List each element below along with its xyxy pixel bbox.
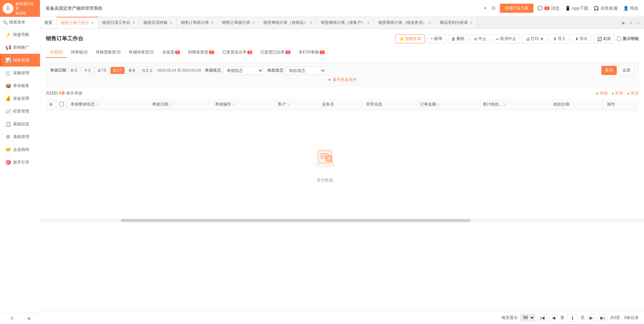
empty-text: 暂无数据 — [317, 177, 333, 183]
status-select[interactable]: 单据状态 — [223, 67, 263, 75]
setting-button[interactable]: 设置 — [619, 66, 634, 75]
date-btn-custom[interactable]: 自定义 — [139, 67, 155, 74]
page-number-input[interactable] — [567, 314, 578, 321]
select-all-checkbox[interactable] — [59, 102, 64, 106]
tab-sales-sum-customer[interactable]: 销货单统计表（按客户） ✕ — [317, 17, 374, 28]
delete-button[interactable]: 🗑 删除 — [448, 34, 468, 43]
query-button[interactable]: 查询 — [601, 66, 617, 75]
tab-product-margin[interactable]: 商品毛利分析表 ✕ — [436, 17, 477, 28]
date-btn-7days[interactable]: 近7天 — [95, 67, 109, 74]
col-settings[interactable]: ⚙ — [46, 99, 56, 110]
tab-sales-sum-product[interactable]: 销货单统计表（按商品） ✕ — [259, 17, 317, 28]
date-btn-today[interactable]: 今天 — [82, 67, 94, 74]
col-abnormal: 异常信息 — [363, 99, 417, 110]
tab-sales-stat[interactable]: 销售订单统计表 ✕ — [177, 17, 218, 28]
app-download-button[interactable]: 📱 App下载 — [565, 5, 588, 11]
sidebar-item-basic-info[interactable]: 📋 基础信息 — [0, 118, 40, 130]
suspend-button[interactable]: ⊘ 中止 — [470, 34, 490, 43]
tab-sales-stat-close[interactable]: ✕ — [211, 21, 214, 25]
tab-scroll-left[interactable]: ▶ — [621, 20, 627, 26]
tab-cash-reconcile[interactable]: 钱货日清对账 ✕ — [139, 17, 177, 28]
subtab-pending-check[interactable]: 待拣货验货(0) — [92, 47, 125, 58]
payment-select[interactable]: 收款状态 — [286, 67, 326, 75]
sidebar-item-enterprise[interactable]: 🤝 企业协同 — [0, 143, 40, 156]
refresh-button[interactable]: 🔄 刷新 — [593, 34, 615, 43]
sidebar-item-inventory[interactable]: 📦 库存核算 — [0, 79, 40, 92]
expand-conditions-button[interactable]: ▼ 展开更多条件 — [328, 77, 357, 83]
sidebar-item-sales[interactable]: 📊 销售管理 — [0, 54, 40, 67]
collapse-icon[interactable]: ◀ — [27, 316, 30, 321]
scrollbar-thumb[interactable] — [121, 219, 470, 222]
date-btn-yesterday[interactable]: 昨天 — [68, 67, 80, 74]
subtab-expired-not-shipped[interactable]: 到期未发货0 — [184, 47, 218, 58]
tab-sales-sum-product-close[interactable]: ✕ — [310, 21, 312, 25]
add-button[interactable]: + 新增 — [427, 34, 446, 43]
next-page-button[interactable]: ▶ — [587, 314, 595, 321]
tab-home[interactable]: 首页 — [40, 17, 57, 28]
ship-action-link[interactable]: ● 发货 — [627, 90, 639, 96]
settings-topbar-icon[interactable]: ⚙ — [491, 5, 496, 11]
tab-sales-order-close[interactable]: ✕ — [91, 21, 94, 25]
import-button[interactable]: ⬆ 导入 — [550, 34, 569, 43]
payment-filter: 收款状态 收款状态 — [267, 67, 326, 75]
subtab-shipped-outbound[interactable]: 已发货已出库0 — [256, 47, 295, 58]
tab-product-margin-close[interactable]: ✕ — [470, 21, 473, 25]
tab-cash-daily[interactable]: 钱货日清工作台 ✕ — [98, 17, 139, 28]
online-service-button[interactable]: 🎧 在线客服 — [594, 5, 618, 11]
sort-icon-doc-date[interactable]: ⇅ — [170, 103, 172, 106]
sort-icon-collected[interactable]: ⇅ — [503, 103, 506, 106]
sidebar-item-marketing[interactable]: 📢 营销推广 — [0, 41, 40, 54]
sidebar-item-operations[interactable]: 📈 经营管理 — [0, 105, 40, 118]
tab-maximize[interactable]: ⤢ — [635, 20, 641, 26]
review-action-link[interactable]: ● 审核 — [596, 90, 607, 96]
message-button[interactable]: 💬 6 消息 — [538, 5, 560, 11]
date-btn-more[interactable]: 更多 — [126, 67, 138, 74]
cancel-review-action-link[interactable]: ● 弃审 — [612, 90, 623, 96]
first-page-button[interactable]: |◀ — [538, 314, 547, 321]
prev-page-button[interactable]: ◀ — [550, 314, 558, 321]
industry-solution-button[interactable]: 体验行业方案 — [500, 4, 533, 13]
smart-create-button[interactable]: ⭐ 智能生单 — [395, 34, 425, 43]
tab-sales-sum-customer-close[interactable]: ✕ — [367, 21, 370, 25]
print-button[interactable]: 🖨 打印 ▼ — [522, 34, 548, 43]
col-checkbox[interactable] — [56, 99, 67, 110]
subtab-not-printed[interactable]: 未打印单据0 — [295, 47, 329, 58]
subtab-all[interactable]: 全部(0) — [46, 47, 67, 58]
dropdown-arrow[interactable]: ▼ — [483, 6, 487, 11]
tab-sales-exec-close[interactable]: ✕ — [252, 21, 255, 25]
subtab-pending-review[interactable]: 待审核(0) — [67, 47, 92, 58]
user-menu-button[interactable]: 👤 用友 — [623, 5, 639, 11]
subtab-shipped-not-outbound[interactable]: 已发货未出库0 — [218, 47, 257, 58]
sort-icon-amount[interactable]: ⇅ — [437, 103, 440, 106]
tab-cash-reconcile-close[interactable]: ✕ — [170, 21, 172, 25]
export-button[interactable]: ⬇ 导出 — [571, 34, 591, 43]
sort-icon-doc-status[interactable]: ⇅ — [96, 103, 98, 106]
settings-bottom-icon[interactable]: ⚙ — [10, 316, 14, 321]
date-filter: 单据日期 昨天 今天 近7天 近1月 更多 自定义 2023-02-24 至 2… — [50, 67, 201, 74]
sidebar-item-purchase[interactable]: 🛒 采购管理 — [0, 67, 40, 79]
tab-sales-sum-staff[interactable]: 销货单统计表（按业务员） ✕ — [374, 17, 436, 28]
horizontal-scrollbar[interactable] — [40, 218, 644, 222]
page-size-select[interactable]: 50 — [520, 314, 535, 321]
guide-icon: 🎯 — [5, 159, 11, 165]
search-menu[interactable]: 🔍 搜索菜单 — [0, 17, 40, 28]
last-page-button[interactable]: ▶| — [598, 314, 607, 321]
date-btn-1month[interactable]: 近1月 — [111, 67, 125, 74]
subtab-wangpu[interactable]: 旺铺待发货(0) — [125, 47, 158, 58]
tab-sales-sum-staff-close[interactable]: ✕ — [429, 21, 431, 25]
tab-close-all[interactable]: ✕ — [628, 20, 634, 26]
sidebar-item-quick-nav[interactable]: ⚡ 快捷导航 — [0, 28, 40, 41]
sort-icon-customer[interactable]: ⇅ — [287, 103, 290, 106]
tab-cash-daily-close[interactable]: ✕ — [132, 21, 135, 25]
sidebar-item-system[interactable]: ⚙ 系统管理 — [0, 130, 40, 143]
sidebar-item-finance[interactable]: 💰 资金管理 — [0, 92, 40, 105]
sidebar-item-guide[interactable]: 🎯 新手引导 — [0, 156, 40, 169]
tab-sales-exec[interactable]: 销售订单执行表 ✕ — [218, 17, 259, 28]
cancel-suspend-button[interactable]: ↩ 取消中止 — [492, 34, 520, 43]
print-dropdown-arrow[interactable]: ▼ — [540, 37, 544, 41]
tab-sales-order[interactable]: 销售订单工作台 ✕ — [57, 17, 98, 29]
show-detail-input[interactable] — [617, 37, 621, 41]
subtab-not-shipped[interactable]: 未发货0 — [158, 47, 184, 58]
show-detail-checkbox[interactable]: 显示明细 — [617, 36, 639, 42]
sort-icon-doc-no[interactable]: ⇅ — [232, 103, 235, 106]
